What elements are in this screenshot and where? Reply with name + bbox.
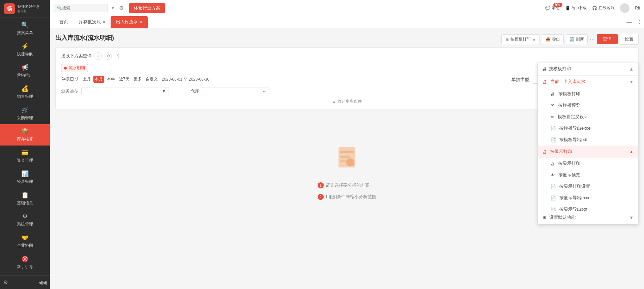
message-btn[interactable]: 💬 消息 99+ <box>545 5 560 11</box>
empty-step-2-label: 用[选]条件来缩小分析范围 <box>326 192 376 201</box>
filter-collapse-btn[interactable]: 《 <box>115 53 119 59</box>
online-service-btn[interactable]: 🎧 在线客服 <box>592 5 615 11</box>
dropdown-display-print-settings[interactable]: 📄 按显示打印设置 <box>538 181 638 192</box>
display-print-label: 按显示打印 <box>558 160 580 166</box>
tab-minimize-icon[interactable]: — <box>626 19 632 25</box>
template-pdf-icon: 📑 <box>551 137 556 142</box>
warehouse-dots: ··· <box>263 89 266 94</box>
tab-inout-flow-label: 出入库流水 <box>116 19 138 25</box>
step-1-num: 1 <box>318 182 324 188</box>
warehouse-select[interactable]: ··· <box>202 87 269 95</box>
date-shortcut-this-month[interactable]: 本月 <box>93 76 104 83</box>
dropdown-close-arrow[interactable]: ▲ <box>629 67 634 72</box>
dropdown-footer-settings[interactable]: ⚙ 设置默认功能 ▼ <box>538 211 638 224</box>
dropdown-title: 🖨 按模板打印 <box>543 66 571 72</box>
industry-btn[interactable]: 体验行业方案 <box>129 3 165 13</box>
refresh-btn[interactable]: 🔄 刷新 <box>566 34 588 44</box>
dropdown-display-print[interactable]: 🖨 按显示打印 <box>538 158 638 169</box>
dropdown-template-preview[interactable]: 👁 按模板预览 <box>538 100 638 111</box>
display-print-group-label: 按显示打印 <box>550 149 572 155</box>
user-avatar[interactable] <box>620 3 630 13</box>
sidebar-label-basic-info: 基础信息 <box>17 200 33 206</box>
dropdown-current-item[interactable]: 🖨 当前：出入库流水 ▼ <box>538 76 638 88</box>
biz-type-select[interactable]: ▼ <box>81 87 169 95</box>
dropdown-display-excel[interactable]: 📄 按显示导出excel <box>538 192 638 204</box>
search-chevron-icon[interactable]: ▼ <box>111 5 115 10</box>
online-service-label: 在线客服 <box>598 5 615 11</box>
settings-btn[interactable]: 设置 <box>620 34 639 45</box>
dropdown-title-label: 按模板打印 <box>549 66 571 72</box>
settings-footer-icon[interactable]: ⚙ <box>3 279 8 286</box>
sidebar-item-quick-nav[interactable]: ⚡ 快捷导航 <box>0 39 50 60</box>
search-input[interactable] <box>62 6 103 10</box>
tab-maximize-icon[interactable]: ⛶ <box>635 19 640 25</box>
template-excel-icon: 📄 <box>551 126 556 131</box>
sidebar-item-inventory[interactable]: 📦 库存核算 <box>0 124 50 146</box>
filter-settings-btn[interactable]: ⚙ <box>105 52 112 60</box>
filter-dot <box>64 67 67 70</box>
tab-batch-account-close[interactable]: × <box>103 20 105 24</box>
sidebar-item-operations[interactable]: 📊 经营管理 <box>0 167 50 188</box>
dropdown-display-print-group[interactable]: 🖨 按显示打印 ▲ <box>538 146 638 158</box>
biz-type-label: 业务类型 <box>61 88 79 94</box>
fold-sidebar-icon[interactable]: ◀◀ <box>38 279 47 286</box>
active-filter-tag[interactable]: 流水明细 <box>61 64 88 72</box>
tab-inout-flow-close[interactable]: × <box>140 20 142 24</box>
dropdown-template-excel[interactable]: 📄 按模板导出excel <box>538 123 638 134</box>
svg-point-4 <box>346 158 354 166</box>
sidebar-item-corp-collab[interactable]: 🤝 企业协同 <box>0 231 50 252</box>
marketing-icon: 📢 <box>21 64 29 71</box>
date-filter-item: 单据日期 上月 本月 本年 近7天 更多 自定义 2023-06-01 至 20… <box>61 76 209 83</box>
dropdown-display-pdf[interactable]: 📑 按显示导出pdf <box>538 204 638 211</box>
print-template-btn[interactable]: 🖨 按模板打印 ▲ <box>501 34 540 44</box>
refresh-icon: 🔄 <box>569 37 575 42</box>
empty-state-illustration: ! <box>330 140 364 174</box>
app-download-btn[interactable]: 📱 App下载 <box>565 5 587 11</box>
warehouse-label: 仓库 <box>191 88 199 94</box>
sidebar-item-onboarding[interactable]: 🎯 新手引导 <box>0 252 50 273</box>
topbar-gear-icon[interactable]: ⚙ <box>119 5 124 11</box>
search-box[interactable]: 🔍 <box>54 4 108 12</box>
inventory-icon: 📦 <box>21 128 29 135</box>
dropdown-template-pdf[interactable]: 📑 按模板导出pdf <box>538 134 638 146</box>
sidebar-label-search: 搜索菜单 <box>17 30 33 36</box>
collapse-label: 收起更多条件 <box>338 99 362 104</box>
tab-home[interactable]: 首页 <box>54 16 74 28</box>
template-pdf-label: 按模板导出pdf <box>559 137 587 143</box>
display-print-settings-icon: 📄 <box>551 184 556 189</box>
query-btn[interactable]: 查询 <box>597 34 618 44</box>
date-shortcut-custom[interactable]: 自定义 <box>144 76 159 83</box>
date-filter-label: 单据日期 <box>61 76 79 82</box>
date-shortcut-prev-month[interactable]: 上月 <box>81 76 92 83</box>
sidebar-item-system[interactable]: ⚙ 系统管理 <box>0 209 50 231</box>
filter-add-btn[interactable]: + <box>94 52 102 60</box>
more-actions-dots[interactable]: ··· <box>590 36 595 43</box>
sidebar-label-sales: 销售管理 <box>17 94 33 100</box>
display-print-settings-label: 按显示打印设置 <box>559 183 590 189</box>
date-shortcut-7days[interactable]: 近7天 <box>118 76 131 83</box>
dropdown-template-print[interactable]: 🖨 按模板打印 <box>538 88 638 100</box>
footer-settings-arrow: ▼ <box>629 215 634 220</box>
username-label[interactable]: Rit <box>635 6 640 10</box>
dropdown-display-preview[interactable]: 👁 按显示预览 <box>538 169 638 181</box>
message-icon: 💬 <box>545 6 550 10</box>
export-btn[interactable]: 📤 导出 <box>542 34 564 44</box>
filter-label: 按以下方案查询 <box>61 53 92 59</box>
biz-type-filter: 业务类型 ▼ <box>61 87 169 95</box>
export-icon: 📤 <box>546 37 551 42</box>
sidebar-item-finance[interactable]: 💳 资金管理 <box>0 146 50 167</box>
sidebar-item-purchase[interactable]: 🛒 采购管理 <box>0 103 50 124</box>
date-range-value[interactable]: 2023-06-01 至 2023-06-30 <box>162 77 209 82</box>
sidebar-item-marketing[interactable]: 📢 营销推广 <box>0 60 50 82</box>
sidebar-item-sales[interactable]: 💰 销售管理 <box>0 82 50 103</box>
app-download-icon: 📱 <box>565 6 570 10</box>
sidebar-item-search[interactable]: 🔍 搜索菜单 <box>0 18 50 39</box>
template-print-icon: 🖨 <box>551 91 555 97</box>
dropdown-template-custom[interactable]: ✏ 模板自定义设计 <box>538 111 638 123</box>
tab-batch-account[interactable]: 库存批次账 × <box>74 16 111 28</box>
date-shortcut-this-year[interactable]: 本年 <box>106 76 116 83</box>
sidebar-item-app-center[interactable]: 📱 应用中心 <box>0 273 50 275</box>
tab-inout-flow[interactable]: 出入库流水 × <box>111 16 148 28</box>
date-shortcut-more[interactable]: 更多 <box>132 76 143 83</box>
sidebar-item-basic-info[interactable]: 📋 基础信息 <box>0 188 50 209</box>
